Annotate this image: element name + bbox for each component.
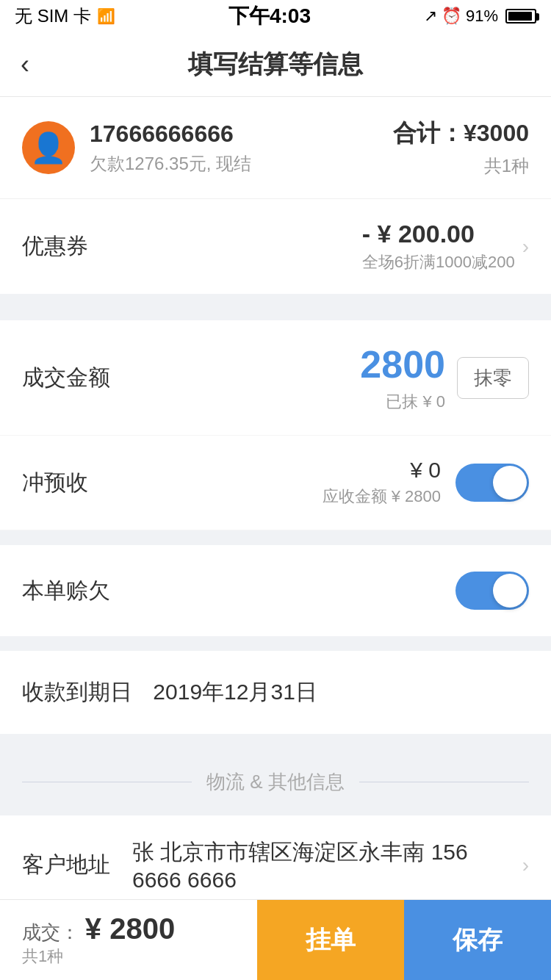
prepay-sub: 应收金额 ¥ 2800 xyxy=(323,486,441,508)
prepay-amount: ¥ 0 xyxy=(323,458,441,483)
footer-bar: 成交： ¥ 2800 共1种 挂单 保存 xyxy=(0,899,551,980)
footer-summary: 成交： ¥ 2800 共1种 xyxy=(0,900,257,980)
status-right: ↗ ⏰ 91% xyxy=(424,7,536,26)
sheqian-row: 本单赊欠 xyxy=(0,545,551,636)
location-icon: ↗ xyxy=(424,7,437,26)
due-date-row: 收款到期日 2019年12月31日 xyxy=(0,651,551,734)
divider-line-right xyxy=(359,782,529,782)
due-date-value: 2019年12月31日 xyxy=(153,680,317,704)
back-button[interactable]: ‹ xyxy=(21,49,29,80)
sheqian-section: 本单赊欠 xyxy=(0,545,551,636)
total-count: 共1种 xyxy=(393,154,529,178)
total-amount: 合计：¥3000 xyxy=(393,118,529,150)
battery-icon xyxy=(505,9,536,24)
prepay-row: 冲预收 ¥ 0 应收金额 ¥ 2800 xyxy=(0,436,551,530)
logistics-header: 物流 & 其他信息 xyxy=(0,749,551,815)
coupon-desc: 全场6折满1000减200 xyxy=(362,251,515,273)
customer-total: 合计：¥3000 共1种 xyxy=(393,118,529,178)
footer-deal-line: 成交： ¥ 2800 xyxy=(22,912,235,945)
user-icon: 👤 xyxy=(30,131,67,165)
logistics-title: 物流 & 其他信息 xyxy=(206,769,345,795)
customer-info-row: 👤 17666666666 欠款1276.35元, 现结 合计：¥3000 共1… xyxy=(0,97,551,198)
coupon-row[interactable]: 优惠券 - ¥ 200.00 全场6折满1000减200 › xyxy=(0,198,551,294)
due-date-label: 收款到期日 xyxy=(22,680,132,704)
section-divider-1 xyxy=(0,306,551,320)
prepay-label: 冲预收 xyxy=(22,468,88,498)
wifi-icon: 📶 xyxy=(97,7,115,25)
save-button[interactable]: 保存 xyxy=(404,900,551,980)
deal-label: 成交金额 xyxy=(22,363,110,393)
address-chevron-icon: › xyxy=(522,854,529,877)
section-divider-4 xyxy=(0,734,551,749)
due-date-section: 收款到期日 2019年12月31日 xyxy=(0,651,551,734)
nav-bar: ‹ 填写结算等信息 xyxy=(0,32,551,97)
address-label: 客户地址 xyxy=(22,850,110,880)
status-bar: 无 SIM 卡 📶 下午4:03 ↗ ⏰ 91% xyxy=(0,0,551,32)
deal-amount-value: 2800 xyxy=(360,342,445,386)
customer-details: 17666666666 欠款1276.35元, 现结 xyxy=(90,120,393,176)
footer-deal-label: 成交： xyxy=(22,921,79,943)
prepay-toggle[interactable] xyxy=(455,464,529,502)
section-divider-2 xyxy=(0,530,551,545)
address-content: 张 北京市市辖区海淀区永丰南 156 6666 6666 xyxy=(132,837,522,893)
status-left: 无 SIM 卡 📶 xyxy=(15,4,115,28)
alarm-icon: ⏰ xyxy=(442,7,461,26)
carrier-label: 无 SIM 卡 xyxy=(15,4,91,28)
avatar: 👤 xyxy=(22,121,75,174)
round-button[interactable]: 抹零 xyxy=(457,357,529,399)
total-label: 合计： xyxy=(393,120,464,146)
deal-section: 成交金额 2800 已抹 ¥ 0 抹零 冲预收 ¥ 0 应收金额 ¥ 2800 xyxy=(0,320,551,530)
battery-percent: 91% xyxy=(466,7,498,26)
customer-debt: 欠款1276.35元, 现结 xyxy=(90,152,393,176)
hold-button[interactable]: 挂单 xyxy=(257,900,404,980)
coupon-label: 优惠券 xyxy=(22,231,88,262)
page-title: 填写结算等信息 xyxy=(188,48,363,82)
coupon-amount: - ¥ 200.00 xyxy=(362,220,515,248)
customer-phone: 17666666666 xyxy=(90,120,393,148)
toggle-knob xyxy=(493,466,527,500)
coupon-right: - ¥ 200.00 全场6折满1000减200 › xyxy=(362,220,529,273)
time-label: 下午4:03 xyxy=(228,2,311,30)
footer-amount: ¥ 2800 xyxy=(85,912,175,945)
total-value: ¥3000 xyxy=(464,120,529,146)
footer-count: 共1种 xyxy=(22,945,235,968)
deal-amount-right: 2800 已抹 ¥ 0 抹零 xyxy=(360,342,529,413)
customer-card: 👤 17666666666 欠款1276.35元, 现结 合计：¥3000 共1… xyxy=(0,97,551,294)
prepay-right: ¥ 0 应收金额 ¥ 2800 xyxy=(323,458,441,508)
deal-amount-row: 成交金额 2800 已抹 ¥ 0 抹零 xyxy=(0,320,551,436)
section-divider-3 xyxy=(0,636,551,651)
sheqian-toggle-knob xyxy=(493,574,527,608)
deal-amount-sub: 已抹 ¥ 0 xyxy=(360,391,445,413)
divider-line-left xyxy=(22,782,192,782)
sheqian-toggle[interactable] xyxy=(455,572,529,610)
chevron-right-icon: › xyxy=(522,235,529,259)
sheqian-label: 本单赊欠 xyxy=(22,576,110,606)
